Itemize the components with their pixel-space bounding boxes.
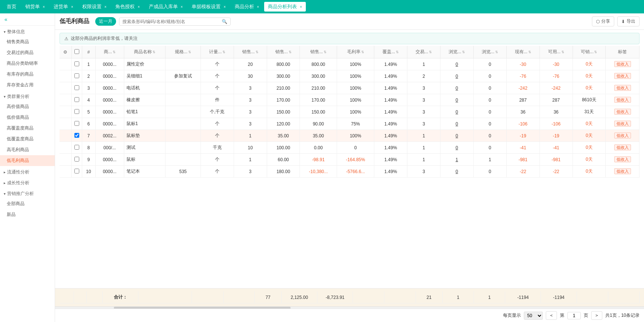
- cell-views1[interactable]: 1: [440, 154, 473, 166]
- row-checkbox[interactable]: [74, 61, 79, 66]
- sidebar-item-in-stock[interactable]: 有库存的商品: [0, 69, 55, 80]
- sidebar-item-sales-products[interactable]: 销售类商品: [0, 36, 55, 47]
- cell-current-stock: -19: [506, 130, 539, 142]
- next-page-button[interactable]: ＞: [591, 311, 602, 320]
- cell-views1[interactable]: 0: [440, 70, 473, 82]
- nav-item-template[interactable]: 单据模板设置 ×: [188, 2, 229, 12]
- sidebar-group-marketing[interactable]: ▾ 营销推广分析: [0, 188, 55, 198]
- cell-unit: 个: [201, 70, 234, 82]
- cell-sales-qty: 20: [234, 58, 267, 70]
- nav-item-roles[interactable]: 角色授权 ×: [112, 2, 143, 12]
- row-checkbox[interactable]: [74, 145, 79, 150]
- pagination-bar: 每页显示 50 20 100 ＜ 第 页 ＞ 共1页，10条记录: [55, 309, 644, 322]
- sidebar-item-low-value[interactable]: 低价值商品: [0, 112, 55, 123]
- col-trade: 交易...⇅: [407, 46, 440, 58]
- search-icon[interactable]: 🔍: [222, 19, 227, 24]
- nav-item-home[interactable]: 首页: [3, 2, 20, 12]
- period-button[interactable]: 近一月: [95, 17, 116, 26]
- nav-item-purchase[interactable]: 进货单 ×: [50, 2, 77, 12]
- close-icon[interactable]: ×: [257, 5, 259, 9]
- table-container: ⚙ # 商...⇅ 商品名称⇅ 规格...⇅ 计量...⇅ 销售...⇅ 销售.…: [55, 46, 644, 288]
- cell-check: [71, 118, 82, 130]
- row-checkbox[interactable]: [74, 169, 79, 173]
- nav-item-production[interactable]: 产成品入库单 ×: [145, 2, 186, 12]
- cell-trade: 3: [407, 118, 440, 130]
- cell-settings: [60, 166, 71, 178]
- row-checkbox[interactable]: [74, 97, 79, 102]
- cell-name[interactable]: 橡皮擦: [124, 94, 166, 106]
- sidebar-group-flow[interactable]: ▸ 流通性分析: [0, 166, 55, 177]
- cell-views1[interactable]: 0: [440, 94, 473, 106]
- nav-item-permissions[interactable]: 权限设置 ×: [79, 2, 110, 12]
- cell-views1[interactable]: 0: [440, 130, 473, 142]
- cell-spec: [165, 58, 201, 70]
- cell-name[interactable]: 吴细细1: [124, 70, 166, 82]
- sidebar-item-low-margin[interactable]: 低毛利商品: [0, 155, 55, 166]
- col-available-stock: 可用...⇅: [539, 46, 573, 58]
- sidebar-group-growth[interactable]: ▸ 成长性分析: [0, 177, 55, 188]
- select-all-checkbox[interactable]: [74, 49, 79, 54]
- close-icon[interactable]: ×: [105, 5, 107, 9]
- cell-num: 2: [82, 70, 95, 82]
- cell-coverage: 1.49%: [374, 166, 407, 178]
- cell-sales-qty: 1: [234, 130, 267, 142]
- close-icon[interactable]: ×: [71, 5, 73, 9]
- sidebar-group-overall[interactable]: ▾ 整体信息: [0, 26, 55, 36]
- sidebar-item-high-value[interactable]: 高价值商品: [0, 101, 55, 112]
- search-input[interactable]: [122, 19, 222, 24]
- cell-name[interactable]: 测试: [124, 142, 166, 154]
- close-icon[interactable]: ×: [43, 5, 45, 9]
- col-settings[interactable]: ⚙: [60, 46, 71, 58]
- cell-name[interactable]: 鼠标1: [124, 118, 166, 130]
- nav-item-analysis-list[interactable]: 商品分析列表 ×: [264, 2, 305, 12]
- close-icon[interactable]: ×: [224, 5, 226, 9]
- row-checkbox[interactable]: [74, 121, 79, 126]
- cell-views1[interactable]: 0: [440, 82, 473, 94]
- sidebar-group-cluster[interactable]: ▾ 类群量分析: [0, 90, 55, 101]
- cell-name[interactable]: 属性定价: [124, 58, 166, 70]
- cell-name[interactable]: 铅笔1: [124, 106, 166, 118]
- cell-name[interactable]: 鼠标垫: [124, 130, 166, 142]
- cell-views1[interactable]: 0: [440, 106, 473, 118]
- per-page-select[interactable]: 50 20 100: [524, 312, 543, 320]
- sidebar-item-category-rate[interactable]: 商品分类助销率: [0, 58, 55, 69]
- row-checkbox[interactable]: [74, 109, 79, 114]
- close-icon[interactable]: ×: [181, 5, 183, 9]
- close-icon[interactable]: ×: [138, 5, 140, 9]
- sidebar-item-high-coverage[interactable]: 高覆盖度商品: [0, 123, 55, 134]
- sidebar-item-all-products[interactable]: 全部商品: [0, 198, 55, 209]
- cell-views1[interactable]: 0: [440, 142, 473, 154]
- sidebar-item-high-margin[interactable]: 高毛利商品: [0, 144, 55, 155]
- cell-sales-price: 150.00: [267, 106, 300, 118]
- sidebar-item-traded[interactable]: 交易过的商品: [0, 47, 55, 58]
- row-checkbox[interactable]: [74, 157, 79, 162]
- sidebar-item-low-coverage[interactable]: 低覆盖度商品: [0, 134, 55, 144]
- cell-name[interactable]: 鼠标: [124, 154, 166, 166]
- cell-available-stock: -106: [539, 118, 573, 130]
- chevron-right-icon: ▸: [4, 181, 6, 185]
- cell-views1[interactable]: 0: [440, 166, 473, 178]
- nav-item-analysis[interactable]: 商品分析 ×: [231, 2, 263, 12]
- cell-name[interactable]: 电话机: [124, 82, 166, 94]
- total-current-stock: -1194: [505, 291, 541, 303]
- share-button[interactable]: ⬡ 分享: [592, 16, 614, 26]
- cell-current-stock: -22: [506, 166, 539, 178]
- nav-item-sales[interactable]: 销货单 ×: [22, 2, 48, 12]
- row-checkbox[interactable]: [74, 73, 79, 78]
- cell-views2: 0: [473, 118, 506, 130]
- cell-unit: 个: [201, 82, 234, 94]
- cell-code: 0000...: [95, 166, 124, 178]
- prev-page-button[interactable]: ＜: [546, 311, 557, 320]
- close-icon[interactable]: ×: [300, 5, 302, 9]
- row-checkbox[interactable]: [74, 133, 79, 138]
- cell-sales-price: 100.00: [267, 142, 300, 154]
- sidebar-item-new-products[interactable]: 新品: [0, 209, 55, 220]
- cell-views1[interactable]: 0: [440, 58, 473, 70]
- page-number-input[interactable]: [567, 312, 581, 319]
- export-button[interactable]: ⬇ 导出: [617, 16, 640, 26]
- cell-views1[interactable]: 0: [440, 118, 473, 130]
- sidebar-collapse-btn[interactable]: «: [3, 15, 9, 24]
- cell-name[interactable]: 笔记本: [124, 166, 166, 178]
- sidebar-item-capital[interactable]: 库存资金占用: [0, 80, 55, 90]
- row-checkbox[interactable]: [74, 85, 79, 90]
